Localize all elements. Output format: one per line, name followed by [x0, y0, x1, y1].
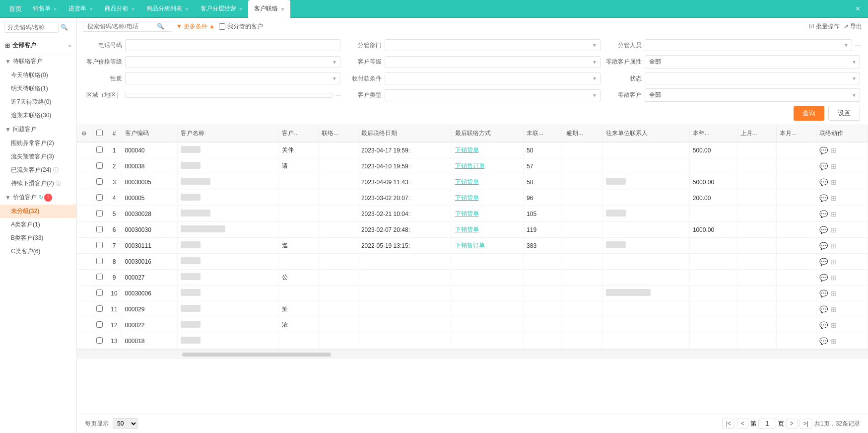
close-tab-analysis[interactable]: × — [132, 6, 134, 12]
sidebar-section-value[interactable]: ▼ 价值客户 ↻ ! — [0, 190, 76, 205]
close-tab-purchase[interactable]: × — [89, 6, 92, 12]
nav-home[interactable]: 首页 — [4, 4, 27, 13]
price-level-select[interactable]: ▾ — [125, 56, 340, 68]
row-checkbox[interactable] — [96, 178, 103, 185]
sidebar-all-customers[interactable]: ⊞ 全部客户 « — [0, 37, 76, 54]
customer-level-select[interactable]: ▾ — [385, 56, 600, 68]
chat-icon[interactable]: 💬 — [819, 226, 828, 234]
th-partner-contact[interactable]: 往来单位联系人 — [602, 125, 689, 142]
sidebar-item-class-c[interactable]: C类客户(6) — [0, 245, 76, 258]
chat-icon[interactable]: 💬 — [819, 178, 828, 186]
retail-attr-select[interactable]: 全部 ▾ — [645, 55, 860, 69]
th-settings[interactable]: ⚙ — [77, 125, 92, 142]
query-button[interactable]: 查询 — [794, 106, 824, 121]
next-page-btn[interactable]: > — [786, 419, 798, 429]
chat-icon[interactable]: 💬 — [819, 289, 828, 297]
search-input[interactable] — [87, 23, 157, 30]
row-checkbox[interactable] — [96, 337, 103, 344]
sidebar-item-class-b[interactable]: B类客户(33) — [0, 231, 76, 245]
grid-action-icon[interactable]: ⊞ — [831, 210, 837, 218]
chat-icon[interactable]: 💬 — [819, 146, 828, 154]
sidebar-search-icon[interactable]: 🔍 — [61, 24, 68, 31]
th-last-month[interactable]: 上月... — [737, 125, 777, 142]
row-checkbox[interactable] — [96, 242, 103, 248]
sidebar-item-abnormal[interactable]: 囤购异常客户(2) — [0, 137, 76, 150]
sidebar-section-pending[interactable]: ▼ 待联络客户 — [0, 54, 76, 69]
sidebar-item-class-a[interactable]: A类客户(1) — [0, 218, 76, 231]
row-checkbox[interactable] — [96, 305, 103, 312]
chat-icon[interactable]: 💬 — [819, 162, 828, 170]
nav-tab-customer-contact[interactable]: 客户联络 × — [248, 0, 290, 18]
grid-action-icon[interactable]: ⊞ — [831, 162, 837, 170]
sidebar-item-overdue[interactable]: 逾期未联络(30) — [0, 109, 76, 122]
first-page-btn[interactable]: |< — [722, 419, 735, 429]
close-tab-sales[interactable]: × — [54, 6, 57, 12]
nav-tab-purchase[interactable]: 进货单 × — [63, 0, 98, 18]
chat-icon[interactable]: 💬 — [819, 305, 828, 313]
region-select[interactable] — [125, 93, 333, 98]
export-btn[interactable]: ↗ 导出 — [844, 22, 862, 31]
sidebar-item-ungrouped[interactable]: 未分组(32) — [0, 205, 76, 218]
grid-action-icon[interactable]: ⊞ — [831, 289, 837, 297]
sidebar-item-7days[interactable]: 近7天待联络(0) — [0, 95, 76, 109]
grid-action-icon[interactable]: ⊞ — [831, 258, 837, 266]
nav-tab-analysis-list[interactable]: 商品分析列表 × — [140, 0, 194, 18]
th-checkbox[interactable] — [92, 125, 107, 142]
close-tab-customer-mgmt[interactable]: × — [239, 6, 242, 12]
region-ellipsis[interactable]: ··· — [335, 92, 340, 99]
chat-icon[interactable]: 💬 — [819, 321, 828, 329]
row-checkbox[interactable] — [96, 321, 103, 328]
row-checkbox[interactable] — [96, 194, 103, 201]
grid-action-icon[interactable]: ⊞ — [831, 146, 837, 154]
collapse-icon[interactable]: « — [68, 42, 71, 49]
th-overdue[interactable]: 逾期... — [563, 125, 602, 142]
nav-tab-sales[interactable]: 销售单 × — [27, 0, 63, 18]
grid-action-icon[interactable]: ⊞ — [831, 194, 837, 202]
customer-type-select[interactable]: ▾ — [385, 89, 600, 101]
chat-icon[interactable]: 💬 — [819, 210, 828, 218]
grid-action-icon[interactable]: ⊞ — [831, 178, 837, 186]
phone-input[interactable] — [125, 39, 340, 51]
window-close-button[interactable]: × — [852, 4, 864, 13]
nav-tab-customer-mgmt[interactable]: 客户分层经营 × — [195, 0, 248, 18]
row-checkbox[interactable] — [96, 274, 103, 280]
more-conditions-btn[interactable]: ▼ 更多条件 ▲ — [176, 22, 215, 31]
my-customers-check[interactable] — [219, 23, 225, 30]
sidebar-item-declining[interactable]: 持续下滑客户(2) ⓘ — [0, 177, 76, 190]
row-checkbox[interactable] — [96, 162, 103, 169]
grid-action-icon[interactable]: ⊞ — [831, 305, 837, 313]
th-no-contact-days[interactable]: 未联... — [524, 125, 563, 142]
sidebar-item-tomorrow[interactable]: 明天待联络(1) — [0, 82, 76, 95]
grid-action-icon[interactable]: ⊞ — [831, 242, 837, 250]
chat-icon[interactable]: 💬 — [819, 242, 828, 250]
prev-page-btn[interactable]: < — [737, 419, 748, 429]
chat-icon[interactable]: 💬 — [819, 337, 828, 345]
th-this-year[interactable]: 本年... — [689, 125, 737, 142]
manager-select[interactable]: ▾ — [645, 39, 852, 51]
retail-select[interactable]: 全部 ▾ — [645, 88, 860, 102]
chat-icon[interactable]: 💬 — [819, 274, 828, 282]
nature-select[interactable]: ▾ — [125, 72, 340, 84]
th-customer-code[interactable]: 客户编码 — [122, 125, 178, 142]
th-last-contact-method[interactable]: 最后联络方式 — [452, 125, 523, 142]
sidebar-item-churned[interactable]: 已流失客户(24) ⓘ — [0, 163, 76, 177]
row-checkbox[interactable] — [96, 258, 103, 264]
sidebar-item-churn-warning[interactable]: 流失预警客户(3) — [0, 150, 76, 163]
refresh-icon[interactable]: ↻ — [39, 194, 43, 201]
page-size-select[interactable]: 50 20 100 — [113, 418, 138, 429]
page-number-input[interactable] — [758, 419, 776, 429]
row-checkbox[interactable] — [96, 146, 103, 153]
batch-operations-btn[interactable]: ☑ 批量操作 — [809, 22, 840, 31]
status-select[interactable]: ▾ — [645, 72, 860, 84]
dept-select[interactable]: ▾ — [385, 39, 600, 51]
sidebar-section-problem[interactable]: ▼ 问题客户 — [0, 122, 76, 137]
th-last-contact-date[interactable]: 最后联络日期 — [358, 125, 452, 142]
grid-action-icon[interactable]: ⊞ — [831, 337, 837, 345]
close-tab-customer-contact[interactable]: × — [281, 6, 284, 12]
grid-action-icon[interactable]: ⊞ — [831, 274, 837, 282]
chat-icon[interactable]: 💬 — [819, 258, 828, 266]
th-customer-name[interactable]: 客户名称 — [178, 125, 279, 142]
row-checkbox[interactable] — [96, 210, 103, 216]
close-tab-analysis-list[interactable]: × — [185, 6, 188, 12]
row-checkbox[interactable] — [96, 289, 103, 296]
